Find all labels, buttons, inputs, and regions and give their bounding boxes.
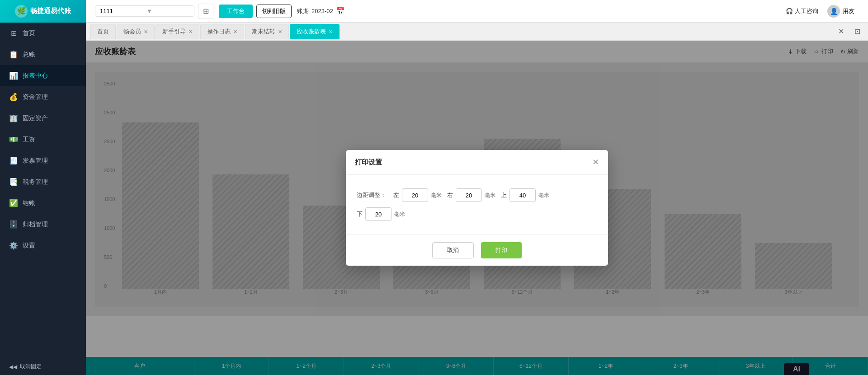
cancel-button[interactable]: 取消	[432, 242, 474, 258]
sidebar-item-close[interactable]: ✅ 结账	[0, 192, 86, 214]
funds-icon: 💰	[9, 93, 18, 101]
tab-period-end[interactable]: 期末结转 ✕	[245, 24, 289, 39]
copy-icon[interactable]: ⊞	[198, 4, 213, 19]
app-title: 畅捷通易代账	[30, 7, 71, 15]
sidebar-label-payroll: 工资	[23, 136, 35, 144]
archive-icon: 🗄️	[9, 220, 18, 229]
tab-member[interactable]: 畅会员 ✕	[117, 24, 155, 39]
period-label: 账期	[297, 7, 309, 15]
content-area: 首页 畅会员 ✕ 新手引导 ✕ 操作日志 ✕ 期末结转 ✕ 应收账龄表 ✕	[86, 23, 868, 375]
workbench-button[interactable]: 工作台	[219, 5, 253, 18]
avatar: 👤	[827, 5, 840, 18]
invoices-icon: 🧾	[9, 156, 18, 165]
left-margin-label: 左	[393, 191, 399, 199]
sidebar-label-settings: 设置	[23, 242, 35, 250]
page-content: 应收账龄表 ⬇ 下载 🖨 打印 ↻ 刷新	[86, 41, 868, 375]
period-value: 2023-02	[311, 8, 333, 14]
tab-close-aging[interactable]: ✕	[329, 29, 333, 35]
header-right: 🎧 人工咨询 👤 用友	[786, 5, 863, 18]
margin-settings-row: 边距调整： 左 毫米 右 毫米	[357, 188, 597, 221]
collapse-label: 取消固定	[20, 363, 42, 370]
sidebar-item-assets[interactable]: 🏢 固定资产	[0, 108, 86, 129]
sidebar-label-archive: 归档管理	[23, 220, 48, 229]
reports-icon: 📊	[9, 71, 18, 80]
dropdown-arrow-icon: ▼	[146, 8, 189, 14]
sidebar-item-ledger[interactable]: 📋 总账	[0, 44, 86, 65]
main-layout: ⊞ 首页 📋 总账 📊 报表中心 💰 资金管理 🏢 固定资产 💵 工资 🧾 发票…	[0, 23, 868, 375]
sidebar-label-home: 首页	[23, 29, 35, 38]
sidebar-collapse-button[interactable]: ◀◀ 取消固定	[0, 358, 86, 375]
sidebar-label-funds: 资金管理	[23, 93, 48, 101]
settings-icon: ⚙️	[9, 241, 18, 250]
tab-log[interactable]: 操作日志 ✕	[200, 24, 244, 39]
close-books-icon: ✅	[9, 199, 18, 207]
tab-close-window-button[interactable]: ✕	[835, 25, 847, 38]
modal-overlay: 打印设置 ✕ 边距调整： 左 毫米	[86, 41, 868, 375]
tab-aging[interactable]: 应收账龄表 ✕	[290, 24, 340, 39]
period-area: 账期 2023-02 📅	[297, 7, 345, 15]
tab-close-guide[interactable]: ✕	[189, 29, 193, 35]
tab-bar-actions: ✕ ⊡	[835, 25, 863, 38]
home-icon: ⊞	[9, 29, 18, 38]
top-margin-group: 上 毫米	[501, 188, 549, 202]
sidebar-item-invoices[interactable]: 🧾 发票管理	[0, 150, 86, 171]
sidebar: ⊞ 首页 📋 总账 📊 报表中心 💰 资金管理 🏢 固定资产 💵 工资 🧾 发票…	[0, 23, 86, 375]
company-name: 1111	[100, 8, 143, 14]
tab-maximize-button[interactable]: ⊡	[851, 25, 863, 38]
tab-bar: 首页 畅会员 ✕ 新手引导 ✕ 操作日志 ✕ 期末结转 ✕ 应收账龄表 ✕	[86, 23, 868, 41]
print-settings-modal: 打印设置 ✕ 边距调整： 左 毫米	[346, 150, 608, 266]
modal-close-button[interactable]: ✕	[592, 157, 599, 167]
switch-version-button[interactable]: 切到旧版	[256, 5, 292, 18]
tab-home[interactable]: 首页	[90, 24, 116, 39]
user-label: 用友	[843, 7, 854, 15]
tab-label-period-end: 期末结转	[252, 28, 275, 36]
support-label: 人工咨询	[795, 7, 818, 15]
headset-icon: 🎧	[786, 8, 793, 14]
left-margin-group: 左 毫米	[393, 188, 442, 202]
sidebar-item-payroll[interactable]: 💵 工资	[0, 129, 86, 150]
tab-label-log: 操作日志	[207, 28, 231, 36]
tab-guide[interactable]: 新手引导 ✕	[156, 24, 199, 39]
sidebar-item-tax[interactable]: 📑 税务管理	[0, 171, 86, 192]
collapse-pin-icon: ◀◀	[9, 364, 17, 370]
bottom-unit: 毫米	[394, 211, 405, 218]
company-selector[interactable]: 1111 ▼	[95, 5, 194, 17]
right-unit: 毫米	[485, 192, 495, 199]
sidebar-item-reports[interactable]: 📊 报表中心	[0, 65, 86, 86]
bottom-margin-group: 下 毫米	[357, 207, 405, 221]
sidebar-item-home[interactable]: ⊞ 首页	[0, 23, 86, 44]
user-area[interactable]: 👤 用友	[827, 5, 854, 18]
left-margin-input[interactable]	[402, 188, 428, 202]
tab-close-member[interactable]: ✕	[144, 29, 148, 35]
tax-icon: 📑	[9, 178, 18, 186]
modal-footer: 取消 打印	[346, 234, 608, 266]
top-unit: 毫米	[538, 192, 549, 199]
tab-close-log[interactable]: ✕	[233, 29, 237, 35]
tab-label-aging: 应收账龄表	[297, 28, 326, 36]
top-margin-input[interactable]	[509, 188, 536, 202]
sidebar-item-settings[interactable]: ⚙️ 设置	[0, 235, 86, 256]
bottom-margin-label: 下	[357, 210, 363, 218]
bottom-margin-input[interactable]	[365, 207, 392, 221]
calendar-icon[interactable]: 📅	[336, 7, 345, 15]
sidebar-item-funds[interactable]: 💰 资金管理	[0, 86, 86, 108]
tab-label-member: 畅会员	[123, 28, 141, 36]
modal-title: 打印设置	[355, 158, 382, 167]
modal-body: 边距调整： 左 毫米 右 毫米	[346, 175, 608, 234]
tab-label-home: 首页	[97, 28, 109, 36]
left-unit: 毫米	[431, 192, 442, 199]
sidebar-label-close: 结账	[23, 199, 35, 207]
sidebar-label-reports: 报表中心	[23, 72, 48, 80]
ledger-icon: 📋	[9, 50, 18, 59]
top-margin-label: 上	[501, 191, 507, 199]
tab-close-period-end[interactable]: ✕	[278, 29, 282, 35]
confirm-print-button[interactable]: 打印	[481, 242, 522, 258]
logo-icon: 🌿	[15, 5, 28, 18]
right-margin-input[interactable]	[456, 188, 482, 202]
tab-label-guide: 新手引导	[162, 28, 186, 36]
top-header: 🌿 畅捷通易代账 1111 ▼ ⊞ 工作台 切到旧版 账期 2023-02 📅 …	[0, 0, 868, 23]
sidebar-item-archive[interactable]: 🗄️ 归档管理	[0, 214, 86, 235]
support-button[interactable]: 🎧 人工咨询	[786, 7, 818, 15]
assets-icon: 🏢	[9, 114, 18, 122]
modal-header: 打印设置 ✕	[346, 150, 608, 175]
